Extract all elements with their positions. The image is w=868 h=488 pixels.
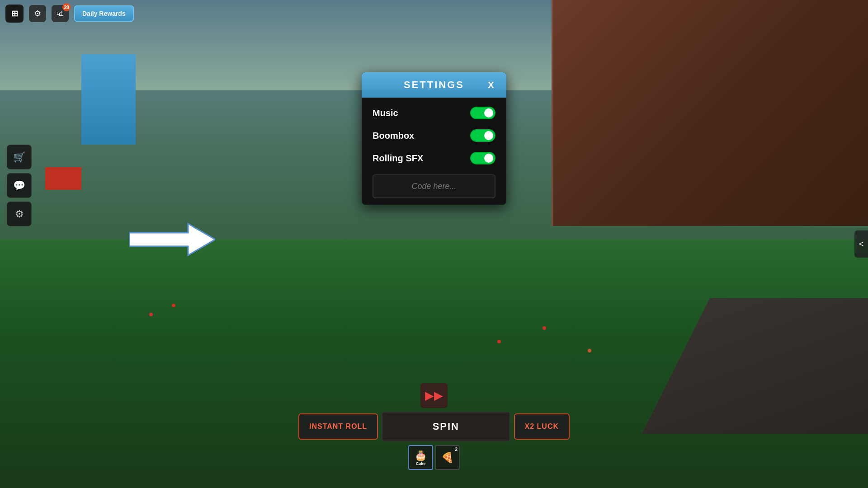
settings-icon: ⚙ — [15, 208, 24, 220]
building — [552, 0, 868, 226]
ground-item — [172, 304, 175, 307]
daily-rewards-button[interactable]: Daily Rewards — [74, 5, 134, 22]
cake-label: Cake — [416, 461, 426, 466]
modal-body: Music Boombox Rolling SFX — [362, 98, 506, 205]
instant-roll-button[interactable]: INSTANT ROLL — [298, 413, 378, 440]
code-input-area — [373, 174, 495, 198]
red-object — [45, 167, 81, 190]
spin-button[interactable]: SPIN — [382, 412, 510, 441]
fast-forward-icon: ▶▶ — [425, 389, 443, 403]
rolling-sfx-setting-row: Rolling SFX — [373, 152, 495, 164]
settings-icon-button[interactable]: ⚙ — [29, 5, 46, 22]
music-setting-row: Music — [373, 107, 495, 119]
boombox-toggle[interactable] — [470, 129, 495, 142]
inventory-slot-cake[interactable]: 🎂 Cake — [408, 445, 433, 470]
notification-button[interactable]: 🛍 28 — [52, 5, 69, 22]
blue-structure — [81, 54, 136, 145]
rolling-sfx-label: Rolling SFX — [373, 153, 423, 164]
boombox-setting-row: Boombox — [373, 129, 495, 142]
music-label: Music — [373, 108, 398, 118]
inventory-slot-pizza[interactable]: 2 🍕 — [435, 445, 460, 470]
settings-sidebar-button[interactable]: ⚙ — [7, 202, 32, 226]
rolling-sfx-toggle[interactable] — [470, 152, 495, 164]
notification-badge: 28 — [62, 3, 71, 11]
top-bar: ⊞ ⚙ 🛍 28 Daily Rewards — [0, 0, 868, 27]
ground-item — [149, 313, 153, 316]
ground-item — [497, 340, 501, 343]
roblox-logo: ⊞ — [5, 5, 24, 23]
shop-sidebar-button[interactable]: 🛒 — [7, 145, 32, 169]
bottom-buttons-row: INSTANT ROLL SPIN X2 LUCK — [298, 412, 570, 441]
settings-modal: SETTINGS X Music Boombox Rolling SFX — [362, 72, 506, 205]
ground-item — [588, 349, 591, 352]
pizza-icon: 🍕 — [441, 452, 453, 464]
ground-item — [542, 326, 546, 330]
x2-luck-button[interactable]: X2 LUCK — [514, 413, 570, 440]
code-input[interactable] — [373, 174, 495, 198]
cake-icon: 🎂 — [415, 450, 427, 461]
boombox-label: Boombox — [373, 131, 414, 141]
modal-header: SETTINGS X — [362, 72, 506, 98]
notification-icon: 🛍 — [57, 9, 64, 18]
close-button[interactable]: X — [485, 79, 497, 91]
gear-icon: ⚙ — [34, 9, 41, 19]
bottom-ui: ▶▶ INSTANT ROLL SPIN X2 LUCK 🎂 Cake 2 🍕 — [298, 383, 570, 470]
modal-title: SETTINGS — [383, 79, 485, 91]
chat-sidebar-button[interactable]: 💬 — [7, 173, 32, 198]
music-toggle[interactable] — [470, 107, 495, 119]
inventory-bar: 🎂 Cake 2 🍕 — [408, 445, 460, 470]
left-sidebar: 🛒 💬 ⚙ — [7, 145, 32, 226]
pizza-count: 2 — [455, 447, 458, 452]
cart-icon: 🛒 — [13, 151, 25, 163]
right-collapse-button[interactable]: < — [854, 230, 868, 258]
fast-forward-button[interactable]: ▶▶ — [420, 383, 448, 408]
chat-icon: 💬 — [13, 180, 25, 192]
